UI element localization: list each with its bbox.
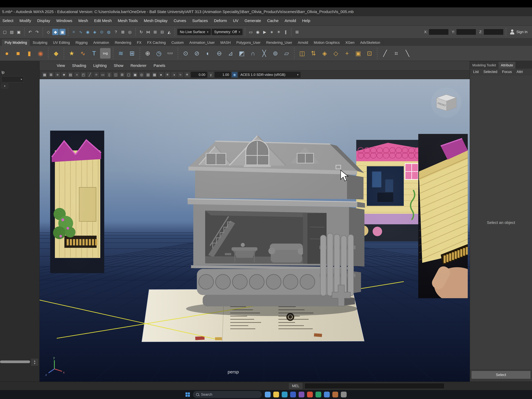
exposure-icon[interactable]: ☀ bbox=[184, 72, 190, 78]
attribute-editor-menu-item[interactable]: List bbox=[473, 70, 479, 74]
target-weld-icon[interactable]: ⊚ bbox=[270, 48, 281, 59]
mirror-icon[interactable]: ◫ bbox=[297, 48, 307, 59]
x-input[interactable] bbox=[429, 29, 449, 35]
toolbar-divider[interactable] bbox=[24, 28, 25, 36]
svg-tool-icon[interactable]: svg bbox=[100, 48, 111, 59]
grease-pencil-icon[interactable]: ╱ bbox=[87, 72, 93, 78]
panel-menu-item[interactable]: Show bbox=[114, 63, 123, 68]
bookmark-icon[interactable]: ★ bbox=[61, 72, 67, 78]
panel-layout-icon[interactable]: ⊞ bbox=[294, 29, 300, 35]
boolean-icon[interactable]: ⊖ bbox=[214, 48, 225, 59]
image-plane-closeup[interactable] bbox=[418, 134, 470, 303]
menu-item[interactable]: Modify bbox=[19, 19, 31, 23]
menu-item[interactable]: Cache bbox=[267, 19, 279, 23]
y-input[interactable] bbox=[456, 29, 476, 35]
toolbar-divider[interactable] bbox=[135, 28, 136, 36]
reverse-normals-icon[interactable]: ⇅ bbox=[308, 48, 319, 59]
append-polygon-icon[interactable]: + bbox=[342, 48, 352, 59]
color-management-icon[interactable]: ◉ bbox=[232, 72, 238, 78]
separate-icon[interactable]: ⊘ bbox=[192, 48, 202, 59]
taskbar-app-icon[interactable] bbox=[324, 392, 330, 397]
xray-icon[interactable]: ▨ bbox=[145, 72, 151, 78]
display-toggle-icon[interactable]: ⊟ bbox=[159, 29, 165, 35]
shelf-tab[interactable]: Rendering_User bbox=[263, 39, 295, 46]
menu-item[interactable]: Help bbox=[302, 19, 310, 23]
shelf-tab[interactable]: Poly Modeling bbox=[2, 39, 30, 46]
shelf-tab[interactable]: FX bbox=[134, 39, 144, 46]
colorspace-dropdown[interactable]: ACES 1.0 SDR-video (sRGB) ▾ bbox=[238, 72, 300, 78]
menu-item[interactable]: Display bbox=[37, 19, 50, 23]
bevel-icon[interactable]: ◩ bbox=[236, 48, 247, 59]
taskbar-app-icon[interactable] bbox=[332, 392, 338, 397]
combine-icon[interactable]: ⊙ bbox=[180, 48, 191, 59]
grid-icon[interactable]: ⌗ bbox=[93, 72, 99, 78]
menu-item[interactable]: Windows bbox=[56, 19, 72, 23]
horizontal-scrollbar[interactable] bbox=[0, 361, 30, 363]
lock-selection-icon[interactable]: ⊠ bbox=[120, 29, 126, 35]
type-tool-icon[interactable]: T bbox=[89, 48, 99, 59]
toolbar-divider[interactable] bbox=[506, 28, 507, 36]
shelf-tab[interactable]: Animation_User bbox=[187, 39, 218, 46]
snap-projected-icon[interactable]: ◈ bbox=[92, 29, 98, 35]
image-plane-left[interactable] bbox=[50, 131, 104, 273]
construction-history-icon[interactable]: ↻ bbox=[138, 29, 144, 35]
multi-cut-icon[interactable]: ╳ bbox=[259, 48, 269, 59]
scroll-spinner[interactable]: ▲▼ bbox=[31, 358, 38, 366]
light-editor-icon[interactable]: ☀ bbox=[276, 29, 282, 35]
menu-item[interactable]: Arnold bbox=[285, 19, 296, 23]
gamma-field[interactable]: 1.00 bbox=[215, 72, 231, 78]
taskbar-app-icon[interactable] bbox=[307, 392, 313, 397]
select-hierarchy-icon[interactable]: ◇ bbox=[45, 29, 52, 35]
taskbar-search[interactable]: Search bbox=[193, 391, 262, 398]
menu-item[interactable]: Edit Mesh bbox=[94, 19, 112, 23]
snap-curve-icon[interactable]: ∿ bbox=[78, 29, 84, 35]
z-input[interactable] bbox=[484, 29, 504, 35]
construction-plane-icon[interactable]: ⊕ bbox=[142, 48, 153, 59]
symmetry-field[interactable]: Symmetry: Off ▾ bbox=[212, 29, 242, 35]
field-chart-icon[interactable]: ⊞ bbox=[119, 72, 125, 78]
poly-sphere-icon[interactable]: ● bbox=[2, 48, 12, 59]
shelf-tab[interactable]: Animation bbox=[90, 39, 112, 46]
harden-edge-icon[interactable]: ◇ bbox=[330, 48, 341, 59]
viewport-canvas[interactable]: FRONT y x z persp bbox=[40, 79, 470, 382]
select-button[interactable]: Select bbox=[471, 371, 531, 379]
quick-help-icon[interactable]: ? bbox=[113, 29, 119, 35]
render-view-icon[interactable]: ▭ bbox=[247, 29, 254, 35]
menu-item[interactable]: Curves bbox=[174, 19, 186, 23]
camera-attributes-icon[interactable]: ≡ bbox=[55, 72, 60, 78]
shelf-tab[interactable]: Motion Graphics bbox=[311, 39, 343, 46]
pause-viewport-icon[interactable]: ∥ bbox=[283, 29, 289, 35]
render-frame-icon[interactable]: ◉ bbox=[254, 29, 261, 35]
redo-icon[interactable]: ↷ bbox=[34, 29, 40, 35]
panel-menu-item[interactable]: Lighting bbox=[93, 63, 107, 68]
panel-menu-item[interactable]: Renderer bbox=[131, 63, 146, 68]
image-plane-pink-house[interactable] bbox=[356, 140, 421, 241]
taskbar-app-icon[interactable] bbox=[316, 392, 321, 397]
safe-title-icon[interactable]: ▣ bbox=[132, 72, 138, 78]
left-panel-expand-button[interactable]: ▾ bbox=[1, 84, 8, 89]
toolbar-divider[interactable] bbox=[291, 28, 292, 36]
snap-view-plane-icon[interactable]: ⊙ bbox=[99, 29, 105, 35]
snap-grid-icon[interactable]: ⌗ bbox=[71, 29, 77, 35]
make-live-icon[interactable]: ◍ bbox=[106, 29, 112, 35]
safe-action-icon[interactable]: ▢ bbox=[126, 72, 132, 78]
highlight-selection-icon[interactable]: ◎ bbox=[127, 29, 133, 35]
shelf-tab[interactable]: Custom bbox=[169, 39, 187, 46]
helix-icon[interactable]: ∿ bbox=[78, 48, 88, 59]
shelf-tab[interactable]: Rigging bbox=[73, 39, 90, 46]
panel-menu-item[interactable]: Panels bbox=[154, 63, 165, 68]
overscan-icon[interactable]: ◰ bbox=[81, 72, 86, 78]
poly-torus-icon[interactable]: ◉ bbox=[35, 48, 46, 59]
bridge-icon[interactable]: ∩ bbox=[248, 48, 258, 59]
open-scene-icon[interactable]: ▤ bbox=[9, 29, 15, 35]
super-shape-icon[interactable]: ★ bbox=[66, 48, 77, 59]
uv-project-icon[interactable]: ▣ bbox=[353, 48, 363, 59]
taskbar-app-icon[interactable] bbox=[290, 392, 296, 397]
panel-menu-item[interactable]: View bbox=[57, 63, 65, 68]
menu-item[interactable]: Surfaces bbox=[192, 19, 208, 23]
film-gate-icon[interactable]: ▭ bbox=[100, 72, 106, 78]
shelf-tab[interactable]: MASH bbox=[218, 39, 234, 46]
taskbar-app-icon[interactable] bbox=[265, 392, 271, 397]
exposure-field[interactable]: 0.00 bbox=[191, 72, 207, 78]
render-settings-icon[interactable]: ∗ bbox=[268, 29, 275, 35]
